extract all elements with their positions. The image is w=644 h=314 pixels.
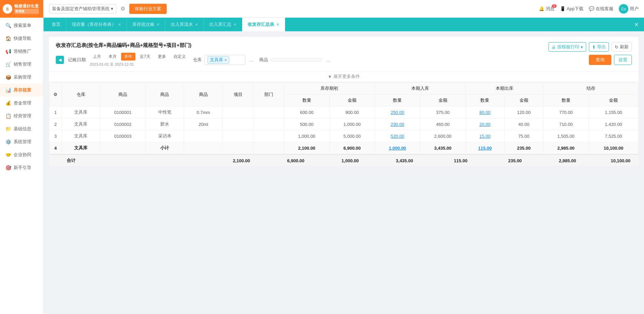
app-download-btn[interactable]: 📱 App下载 (560, 6, 583, 12)
system-selector[interactable]: 装备及固定资产辅助管理系统 ▾ (49, 4, 116, 14)
sidebar-item-system[interactable]: ⚙️系统管理 (0, 135, 43, 148)
in-qty-link[interactable]: 520.00 (391, 134, 404, 139)
sub-out-qty: 数量 (465, 95, 504, 106)
service-btn[interactable]: 💬 在线客服 (589, 6, 613, 12)
cell-in-amt: 460.00 (420, 118, 465, 130)
export-icon: ⬆ (592, 45, 596, 50)
goods-more-btn[interactable]: … (325, 57, 332, 63)
page-title: 收发存汇总表(按仓库+商品编码+商品+规格型号+项目+部门) (56, 42, 192, 49)
sidebar-item-search[interactable]: 🔍搜索菜单 (0, 19, 43, 32)
refresh-btn[interactable]: ↻ 刷新 (612, 42, 632, 52)
tab-label-summary: 出入库汇总 (209, 21, 231, 28)
cell-bal-amt: 1,155.00 (589, 106, 638, 118)
tab-close-summary[interactable]: ✕ (233, 22, 236, 27)
tab-recv-send[interactable]: 收发存汇总表✕ (242, 18, 285, 31)
sidebar-item-purchase[interactable]: 📦采购管理 (0, 71, 43, 84)
col-warehouse: 仓库 (62, 83, 100, 106)
warehouse-tag-remove[interactable]: ✕ (224, 58, 227, 62)
print-btn[interactable]: 🖨 按模板打印 ▾ (548, 42, 586, 52)
tab-flow[interactable]: 出入库流水✕ (165, 18, 204, 31)
sub-out-amt: 金额 (505, 95, 543, 106)
date-btn-更多[interactable]: 更多 (155, 53, 169, 61)
cell-open-amt: 6,900.00 (329, 142, 375, 154)
page-header: 收发存汇总表(按仓库+商品编码+商品+规格型号+项目+部门) 🖨 按模板打印 ▾… (49, 37, 639, 71)
notification-badge: 6 (552, 4, 557, 8)
warehouse-tag-container[interactable]: 文具库 ✕ (204, 55, 245, 65)
tabs-close-all-btn[interactable]: ✕ (631, 21, 641, 28)
sidebar-label-purchase: 采购管理 (14, 74, 31, 80)
col-dept: 部门 (253, 83, 284, 106)
sidebar-header: 6 畅捷通好生意 标准版 (0, 0, 43, 18)
cell-open-qty: 600.00 (284, 106, 329, 118)
cell-project (223, 130, 253, 142)
sales-icon: 🛒 (5, 62, 11, 67)
sidebar-item-marketing[interactable]: 📢营销推广 (0, 45, 43, 58)
topbar: 装备及固定资产辅助管理系统 ▾ ⚙ 体验行业方案 🔔 消息 6 📱 App下载 … (44, 0, 644, 18)
out-qty-link[interactable]: 20.00 (479, 122, 491, 127)
sidebar-label-basic: 基础信息 (14, 126, 31, 132)
col-spec: 商品 (184, 83, 223, 106)
sidebar-item-basic[interactable]: 📁基础信息 (0, 122, 43, 135)
date-btn-本年[interactable]: 本年 (121, 53, 135, 61)
finance-icon: 💰 (5, 100, 11, 106)
tab-close-flow[interactable]: ✕ (195, 22, 198, 27)
in-qty-link[interactable]: 1,000.00 (389, 146, 406, 151)
cell-name: 中性笔 (146, 106, 184, 118)
expand-more-btn[interactable]: ▼ 展开更多条件 (49, 71, 639, 82)
query-btn[interactable]: 查询 (589, 55, 611, 65)
col-settings[interactable]: ⚙ (49, 83, 62, 106)
cell-spec (184, 130, 223, 142)
sidebar-item-guide[interactable]: 🎯新手引导 (0, 161, 43, 174)
user-menu[interactable]: Ea 用户 (619, 4, 639, 14)
tab-batch[interactable]: 库存批次账✕ (127, 18, 165, 31)
tab-summary[interactable]: 出入库汇总✕ (204, 18, 242, 31)
tab-close-inventory-dist[interactable]: ✕ (118, 22, 121, 27)
out-qty-link[interactable]: 115.00 (478, 146, 492, 151)
tab-label-batch: 库存批次账 (132, 21, 154, 28)
sidebar-label-operation: 经营管理 (14, 113, 31, 119)
tab-home[interactable]: 首页 (46, 18, 66, 31)
notification-btn[interactable]: 🔔 消息 6 (539, 6, 555, 12)
setting-btn[interactable]: 设置 (614, 55, 632, 65)
warehouse-more-btn[interactable]: … (248, 57, 255, 63)
date-btn-近7天[interactable]: 近7天 (137, 53, 153, 61)
tab-inventory-dist[interactable]: 现存量（库存分布表）✕ (66, 18, 127, 31)
main-area: 装备及固定资产辅助管理系统 ▾ ⚙ 体验行业方案 🔔 消息 6 📱 App下载 … (44, 0, 644, 314)
sidebar-item-quick-nav[interactable]: 🏠快捷导航 (0, 32, 43, 45)
basic-icon: 📁 (5, 126, 11, 132)
user-avatar-icon: Ea (619, 4, 628, 14)
cell-no: 1 (49, 106, 62, 118)
trial-btn[interactable]: 体验行业方案 (129, 4, 167, 14)
sidebar-item-operation[interactable]: 📋经营管理 (0, 110, 43, 122)
date-btn-本月[interactable]: 本月 (105, 53, 120, 61)
cell-dept (253, 118, 284, 130)
sidebar-item-corp[interactable]: 🤝企业协同 (0, 148, 43, 161)
col-group-open: 库存期初 (284, 83, 375, 95)
out-qty-link[interactable]: 80.00 (479, 110, 491, 115)
date-btn-自定义[interactable]: 自定义 (170, 53, 189, 61)
in-qty-link[interactable]: 230.00 (391, 122, 404, 127)
cell-spec: 0.7mm (184, 106, 223, 118)
out-qty-link[interactable]: 15.00 (479, 134, 491, 139)
phone-icon: 📱 (560, 6, 565, 11)
col-group-out: 本期出库 (465, 83, 543, 95)
col-name: 商品 (146, 83, 184, 106)
date-btn-上月[interactable]: 上月 (90, 53, 104, 61)
footer-open-qty: 2,100.00 (200, 158, 254, 163)
gear-icon[interactable]: ⚙ (120, 5, 125, 12)
sidebar-item-inventory[interactable]: 📊库存核算 (0, 84, 43, 97)
in-qty-link[interactable]: 250.00 (391, 110, 404, 115)
sidebar-item-sales[interactable]: 🛒销售管理 (0, 58, 43, 71)
sidebar-label-inventory: 库存核算 (14, 87, 31, 93)
col-code: 商品 (100, 83, 145, 106)
cell-warehouse: 文具库 (62, 130, 100, 142)
tab-close-batch[interactable]: ✕ (156, 22, 160, 27)
goods-tag-container[interactable] (271, 59, 322, 61)
sidebar-label-marketing: 营销推广 (14, 48, 31, 54)
sidebar-item-finance[interactable]: 💰资金管理 (0, 97, 43, 110)
warehouse-label: 仓库 (193, 57, 202, 63)
tab-close-recv-send[interactable]: ✕ (276, 22, 279, 27)
filter-toggle-btn[interactable]: ◀ (56, 56, 64, 64)
data-table-container: ⚙ 仓库 商品 商品 商品 项目 部门 库存期初 本期入库 本期出库 结存 (49, 82, 639, 166)
export-btn[interactable]: ⬆ 导出 (589, 42, 609, 52)
